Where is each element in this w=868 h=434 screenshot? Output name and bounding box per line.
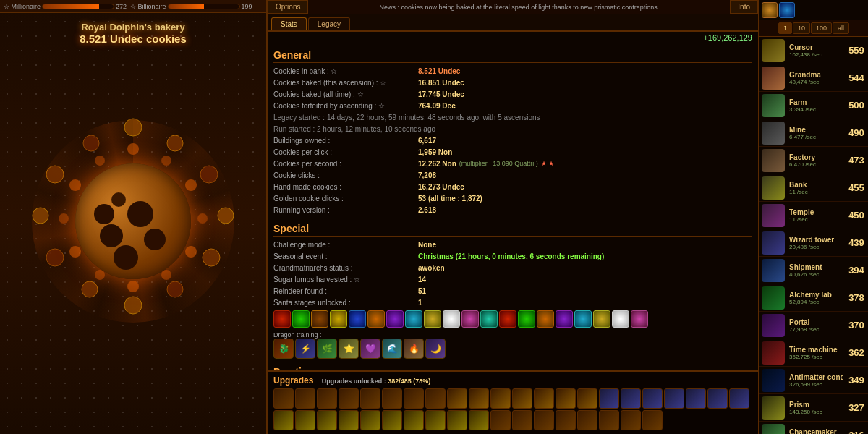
building-row-chancemaker[interactable]: Chancemaker 948,090 /sec 316 <box>760 422 868 434</box>
dragon-icon-3[interactable]: 🌿 <box>317 339 337 359</box>
seasonal-icon-17[interactable] <box>593 310 610 328</box>
building-row-antimatter-condenser[interactable]: Antimatter condenser 326,599 /sec 349 <box>760 367 868 394</box>
dragon-icon-2[interactable]: ⚡ <box>295 339 315 359</box>
seasonal-icon-12[interactable] <box>499 310 516 328</box>
upgrade-icon-4[interactable] <box>360 388 380 409</box>
upgrade-icon-31[interactable] <box>469 410 489 430</box>
big-cookie[interactable] <box>75 163 191 279</box>
upgrade-icon-32[interactable] <box>490 410 511 430</box>
seasonal-icon-1[interactable] <box>292 310 310 328</box>
upgrade-icon-36[interactable] <box>577 410 597 430</box>
upgrade-icon-13[interactable] <box>556 388 576 409</box>
tab-legacy[interactable]: Legacy <box>308 17 350 30</box>
upgrade-icon-12[interactable] <box>534 388 554 409</box>
seasonal-icon-11[interactable] <box>480 310 498 328</box>
stat-label-golden: Golden cookie clicks : <box>273 194 418 204</box>
upgrade-icon-11[interactable] <box>512 388 532 409</box>
seasonal-icon-10[interactable] <box>461 310 479 328</box>
upgrade-icon-1[interactable] <box>295 388 315 409</box>
info-button[interactable]: Info <box>730 0 758 14</box>
upgrade-icon-22[interactable] <box>273 410 294 430</box>
buy-btn-100[interactable]: 100 <box>811 22 832 34</box>
seasonal-icon-7[interactable] <box>405 310 422 328</box>
dragon-icon-5[interactable]: 💜 <box>360 339 380 359</box>
building-row-temple[interactable]: Temple 11 /sec 450 <box>760 202 868 229</box>
seasonal-icon-8[interactable] <box>424 310 441 328</box>
dragon-icon-1[interactable]: 🐉 <box>273 339 294 359</box>
upgrade-icon-27[interactable] <box>382 410 402 430</box>
buy-btn-1[interactable]: 1 <box>778 22 792 34</box>
upgrade-icon-35[interactable] <box>556 410 576 430</box>
upgrade-icon-38[interactable] <box>621 410 641 430</box>
upgrade-icon-39[interactable] <box>642 410 663 430</box>
seasonal-icon-0[interactable] <box>273 310 291 328</box>
seasonal-icon-6[interactable] <box>386 310 404 328</box>
seasonal-icon-13[interactable] <box>518 310 535 328</box>
right-panel-icon-1[interactable] <box>762 2 778 18</box>
upgrade-icon-24[interactable] <box>317 410 337 430</box>
upgrade-icon-26[interactable] <box>360 410 380 430</box>
dragon-icon-7[interactable]: 🔥 <box>404 339 424 359</box>
upgrade-icon-19[interactable] <box>686 388 706 409</box>
upgrade-icon-29[interactable] <box>425 410 446 430</box>
upgrade-icon-6[interactable] <box>404 388 424 409</box>
upgrade-icon-16[interactable] <box>621 388 641 409</box>
building-row-wizard-tower[interactable]: Wizard tower 20,486 /sec 439 <box>760 229 868 257</box>
upgrade-icon-23[interactable] <box>295 410 315 430</box>
buy-btn-10[interactable]: 10 <box>793 22 810 34</box>
building-row-factory[interactable]: Factory 6,470 /sec 473 <box>760 147 868 174</box>
seasonal-icon-19[interactable] <box>631 310 648 328</box>
seasonal-icon-14[interactable] <box>537 310 554 328</box>
upgrade-icon-21[interactable] <box>729 388 749 409</box>
upgrade-icon-3[interactable] <box>339 388 359 409</box>
upgrade-icon-9[interactable] <box>469 388 489 409</box>
upgrade-icon-2[interactable] <box>317 388 337 409</box>
building-row-time-machine[interactable]: Time machine 362,725 /sec 362 <box>760 339 868 367</box>
upgrade-icon-15[interactable] <box>599 388 619 409</box>
building-row-mine[interactable]: Mine 6,477 /sec 490 <box>760 119 868 147</box>
building-row-alchemy-lab[interactable]: Alchemy lab 52,894 /sec 378 <box>760 284 868 312</box>
building-row-bank[interactable]: Bank 11 /sec 455 <box>760 174 868 202</box>
seasonal-icon-4[interactable] <box>349 310 366 328</box>
upgrade-icon-10[interactable] <box>490 388 511 409</box>
building-row-farm[interactable]: Farm 3,394 /sec 500 <box>760 92 868 119</box>
dragon-icon-4[interactable]: ⭐ <box>339 339 359 359</box>
stats-content[interactable]: General Cookies in bank : ☆ 8.521 Undec … <box>268 43 758 370</box>
upgrade-icon-28[interactable] <box>404 410 424 430</box>
upgrade-icon-7[interactable] <box>425 388 446 409</box>
upgrade-icon-20[interactable] <box>707 388 728 409</box>
seasonal-icon-18[interactable] <box>612 310 629 328</box>
building-row-cursor[interactable]: Cursor 102,438 /sec 559 <box>760 37 868 64</box>
upgrade-icon-34[interactable] <box>534 410 554 430</box>
upgrade-icon-0[interactable] <box>273 388 294 409</box>
building-count-10: 370 <box>845 320 868 331</box>
building-row-prism[interactable]: Prism 143,250 /sec 327 <box>760 394 868 422</box>
upgrade-icon-18[interactable] <box>664 388 684 409</box>
upgrade-icon-37[interactable] <box>599 410 619 430</box>
buy-btn-all[interactable]: all <box>833 22 849 34</box>
upgrade-icon-25[interactable] <box>339 410 359 430</box>
app: ☆ Millionaire 272 ☆ Billionaire 199 Roya… <box>0 0 868 434</box>
upgrade-icon-5[interactable] <box>382 388 402 409</box>
building-row-shipment[interactable]: Shipment 40,626 /sec 394 <box>760 257 868 284</box>
seasonal-icon-9[interactable] <box>443 310 460 328</box>
upgrade-icon-33[interactable] <box>512 410 532 430</box>
stat-legacy-started: Legacy started : 14 days, 22 hours, 59 m… <box>273 113 752 123</box>
upgrade-icon-30[interactable] <box>447 410 467 430</box>
seasonal-icon-15[interactable] <box>556 310 573 328</box>
upgrade-icon-14[interactable] <box>577 388 597 409</box>
seasonal-icon-3[interactable] <box>330 310 347 328</box>
seasonal-icon-2[interactable] <box>311 310 328 328</box>
building-row-portal[interactable]: Portal 77,968 /sec 370 <box>760 312 868 339</box>
dragon-icon-6[interactable]: 🌊 <box>382 339 402 359</box>
right-panel-icon-2[interactable] <box>779 2 795 18</box>
building-cps-10: 77,968 /sec <box>789 326 843 333</box>
tab-stats[interactable]: Stats <box>271 17 307 30</box>
seasonal-icon-5[interactable] <box>367 310 385 328</box>
seasonal-icon-16[interactable] <box>574 310 592 328</box>
building-row-grandma[interactable]: Grandma 48,474 /sec 544 <box>760 64 868 92</box>
options-button[interactable]: Options <box>268 0 308 14</box>
upgrade-icon-8[interactable] <box>447 388 467 409</box>
dragon-icon-8[interactable]: 🌙 <box>425 339 446 359</box>
upgrade-icon-17[interactable] <box>642 388 663 409</box>
